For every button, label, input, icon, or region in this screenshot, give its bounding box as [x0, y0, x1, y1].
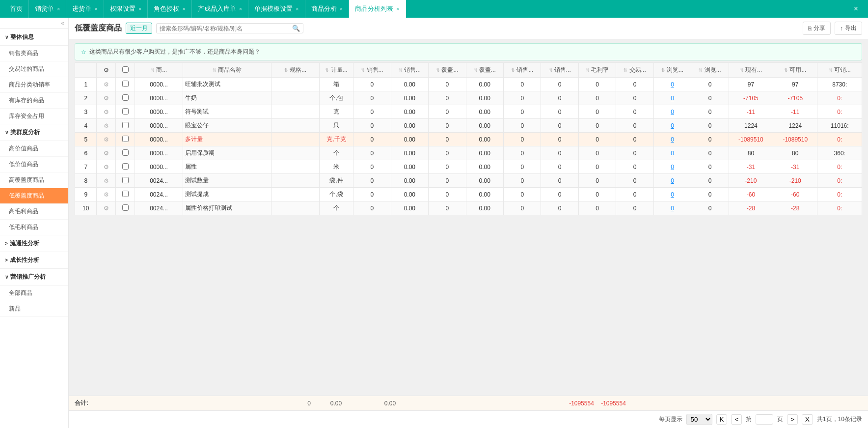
- nav-item-close-icon[interactable]: ×: [296, 6, 298, 12]
- share-button[interactable]: ⎘ 分享: [803, 22, 831, 35]
- sidebar-item-库存资金占用[interactable]: 库存资金占用: [0, 109, 68, 124]
- col-sort-icon: ⇅: [151, 68, 155, 73]
- nav-item-close-icon[interactable]: ×: [57, 6, 60, 12]
- sidebar-item-低价值商品[interactable]: 低价值商品: [0, 157, 68, 172]
- col-header-code[interactable]: ⇅ 商...: [135, 63, 183, 78]
- nav-item-权限设置[interactable]: 权限设置×: [104, 0, 148, 18]
- sidebar-item-高毛利商品[interactable]: 高毛利商品: [0, 204, 68, 220]
- row-gear-icon[interactable]: ⚙: [104, 109, 109, 115]
- row-gear-icon[interactable]: ⚙: [104, 122, 109, 129]
- time-filter-button[interactable]: 近一月: [126, 23, 152, 34]
- nav-item-商品分析[interactable]: 商品分析×: [305, 0, 349, 18]
- sidebar-item-低覆盖度商品[interactable]: 低覆盖度商品: [0, 188, 68, 204]
- row-checkbox[interactable]: [122, 204, 129, 211]
- nav-item-角色授权[interactable]: 角色授权×: [148, 0, 191, 18]
- row-browse1[interactable]: 0: [653, 188, 691, 201]
- sidebar-item-交易过的商品[interactable]: 交易过的商品: [0, 61, 68, 77]
- row-browse1[interactable]: 0: [653, 174, 691, 188]
- sidebar-section-类群度分析[interactable]: ∨类群度分析: [0, 124, 68, 141]
- row-browse1[interactable]: 0: [653, 133, 691, 146]
- row-checkbox[interactable]: [122, 191, 129, 197]
- row-checkbox[interactable]: [122, 94, 129, 101]
- col-header-cover1[interactable]: ⇅ 覆盖...: [429, 63, 466, 78]
- sidebar-section-整体信息[interactable]: ∨整体信息: [0, 29, 68, 46]
- window-close-button[interactable]: ×: [848, 4, 864, 13]
- sidebar-item-全部商品[interactable]: 全部商品: [0, 285, 68, 301]
- next-page-button[interactable]: >: [787, 414, 798, 425]
- col-header-browse2[interactable]: ⇅ 浏览...: [691, 63, 729, 78]
- select-all-checkbox[interactable]: [122, 66, 129, 73]
- nav-item-单据模板设置[interactable]: 单据模板设置×: [248, 0, 305, 18]
- row-gear-icon[interactable]: ⚙: [104, 81, 109, 88]
- col-header-sales2[interactable]: ⇅ 销售...: [391, 63, 428, 78]
- col-header-current[interactable]: ⇅ 现有...: [729, 63, 773, 78]
- col-header-name[interactable]: ⇅ 商品名称: [183, 63, 271, 78]
- sidebar-section-营销推广分析[interactable]: ∨营销推广分析: [0, 269, 68, 285]
- nav-item-进货单[interactable]: 进货单×: [66, 0, 104, 18]
- col-header-available[interactable]: ⇅ 可用...: [773, 63, 817, 78]
- col-header-saleable[interactable]: ⇅ 可销...: [817, 63, 862, 78]
- sidebar-item-商品分类动销率[interactable]: 商品分类动销率: [0, 77, 68, 93]
- per-page-select[interactable]: 50 20 100: [686, 414, 712, 425]
- sidebar-item-低毛利商品[interactable]: 低毛利商品: [0, 220, 68, 235]
- gear-icon[interactable]: ⚙: [104, 67, 109, 74]
- search-input[interactable]: [160, 25, 292, 32]
- row-browse1[interactable]: 0: [653, 160, 691, 174]
- col-header-sales4[interactable]: ⇅ 销售...: [541, 63, 578, 78]
- col-header-sales3[interactable]: ⇅ 销售...: [504, 63, 541, 78]
- row-checkbox[interactable]: [122, 108, 129, 114]
- nav-item-close-icon[interactable]: ×: [239, 6, 242, 12]
- sidebar-item-有库存的商品[interactable]: 有库存的商品: [0, 93, 68, 109]
- page-number-input[interactable]: 1: [756, 414, 773, 425]
- nav-item-商品分析列表[interactable]: 商品分析列表×: [349, 0, 406, 18]
- row-checkbox[interactable]: [122, 149, 129, 156]
- row-browse1[interactable]: 0: [653, 78, 691, 91]
- sidebar-item-高覆盖度商品[interactable]: 高覆盖度商品: [0, 172, 68, 188]
- row-gear-icon[interactable]: ⚙: [104, 191, 109, 198]
- nav-item-close-icon[interactable]: ×: [340, 6, 343, 12]
- col-header-grossMargin[interactable]: ⇅ 毛利率: [578, 63, 616, 78]
- row-checkbox[interactable]: [122, 163, 129, 170]
- nav-item-产成品入库单[interactable]: 产成品入库单×: [192, 0, 248, 18]
- row-gear-icon[interactable]: ⚙: [104, 95, 109, 102]
- row-browse1[interactable]: 0: [653, 105, 691, 119]
- col-header-cover2[interactable]: ⇅ 覆盖...: [466, 63, 503, 78]
- col-header-browse1[interactable]: ⇅ 浏览...: [653, 63, 691, 78]
- row-checkbox[interactable]: [122, 122, 129, 128]
- prev-page-button[interactable]: <: [731, 414, 742, 425]
- last-page-button[interactable]: X: [802, 414, 813, 425]
- row-gear-icon[interactable]: ⚙: [104, 205, 109, 212]
- sidebar-section-流通性分析[interactable]: >流通性分析: [0, 235, 68, 252]
- row-gear-icon[interactable]: ⚙: [104, 150, 109, 157]
- row-browse1[interactable]: 0: [653, 146, 691, 160]
- row-gear-icon[interactable]: ⚙: [104, 164, 109, 171]
- row-browse1[interactable]: 0: [653, 91, 691, 105]
- row-unit: 袋,件: [319, 174, 353, 188]
- row-gear-icon[interactable]: ⚙: [104, 136, 109, 143]
- table-container[interactable]: ⚙⇅ 商...⇅ 商品名称⇅ 规格...⇅ 计量...⇅ 销售...⇅ 销售..…: [69, 62, 868, 396]
- nav-item-close-icon[interactable]: ×: [396, 6, 399, 12]
- row-browse1[interactable]: 0: [653, 201, 691, 215]
- col-header-spec[interactable]: ⇅ 规格...: [271, 63, 319, 78]
- nav-item-销货单[interactable]: 销货单×: [29, 0, 66, 18]
- col-header-trade[interactable]: ⇅ 交易...: [616, 63, 653, 78]
- row-gear-icon[interactable]: ⚙: [104, 177, 109, 184]
- col-header-unit[interactable]: ⇅ 计量...: [319, 63, 353, 78]
- row-browse1[interactable]: 0: [653, 119, 691, 133]
- sidebar-item-新品[interactable]: 新品: [0, 301, 68, 317]
- nav-item-close-icon[interactable]: ×: [182, 6, 185, 12]
- nav-item-close-icon[interactable]: ×: [138, 6, 141, 12]
- export-button[interactable]: ↑ 导出: [835, 22, 862, 35]
- sidebar-item-销售类商品[interactable]: 销售类商品: [0, 46, 68, 61]
- row-checkbox[interactable]: [122, 136, 129, 142]
- sidebar-section-成长性分析[interactable]: >成长性分析: [0, 252, 68, 269]
- row-checkbox[interactable]: [122, 177, 129, 183]
- sidebar-item-高价值商品[interactable]: 高价值商品: [0, 141, 68, 157]
- row-spec: [271, 174, 319, 188]
- nav-item-close-icon[interactable]: ×: [94, 6, 97, 12]
- col-header-sales1[interactable]: ⇅ 销售...: [353, 63, 391, 78]
- row-checkbox[interactable]: [122, 81, 129, 87]
- first-page-button[interactable]: K: [716, 414, 728, 425]
- sidebar-collapse-button[interactable]: «: [0, 18, 68, 29]
- nav-item-首页[interactable]: 首页: [4, 0, 29, 18]
